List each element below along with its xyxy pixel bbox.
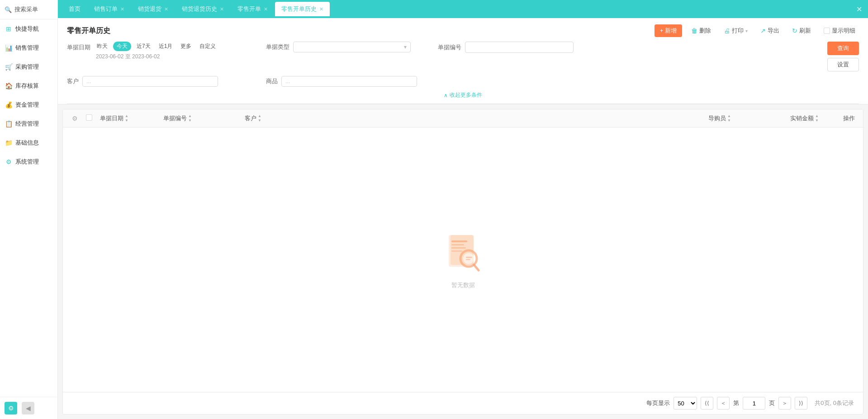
print-button-label: 打印 (732, 27, 744, 35)
sidebar-item-inventory[interactable]: 🏠 库存核算 (0, 76, 57, 95)
display-cols-label: 显示明细 (832, 27, 855, 35)
table-wrapper: ⚙ 单据日期 ▲ ▼ 单据编号 ▲ ▼ (62, 109, 863, 414)
date-btn-yesterday[interactable]: 昨天 (94, 42, 110, 51)
sidebar-item-label: 系统管理 (15, 158, 39, 166)
page-number-input[interactable] (743, 397, 765, 410)
sidebar-item-quick-nav[interactable]: ⊞ 快捷导航 (0, 19, 57, 38)
page-prev-btn[interactable]: ＜ (717, 397, 730, 410)
filter-date-btns: 昨天 今天 近7天 近1月 更多 自定义 (94, 42, 218, 51)
filter-row-1: 单据日期 昨天 今天 近7天 近1月 更多 自定义 2023-06-02 至 2… (67, 42, 859, 71)
export-button[interactable]: ↗ 导出 (757, 25, 783, 37)
filter-settings-button[interactable]: 设置 (827, 58, 859, 71)
sidebar-item-label: 经营管理 (15, 120, 39, 128)
quick-nav-icon: ⊞ (5, 25, 13, 33)
doc-type-arrow-icon: ▾ (404, 44, 407, 50)
refresh-button-label: 刷新 (799, 27, 811, 35)
collapse-arrow-icon: ∧ (444, 92, 448, 99)
display-cols-button[interactable]: 显示明细 (820, 25, 859, 37)
sidebar-item-system[interactable]: ⚙ 系统管理 (0, 152, 57, 171)
refresh-icon: ↻ (792, 27, 797, 34)
page-header: 零售开单历史 + 新增 🗑 删除 🖨 打印 ▾ ↗ (58, 18, 868, 104)
th-sn-sort-icon[interactable]: ▲ ▼ (188, 114, 192, 122)
content-area: 零售开单历史 + 新增 🗑 删除 🖨 打印 ▾ ↗ (58, 18, 868, 419)
date-btn-custom[interactable]: 自定义 (197, 42, 218, 51)
th-guide-sort-icon[interactable]: ▲ ▼ (727, 114, 731, 122)
tab-sales-return-history-close[interactable]: ✕ (220, 6, 224, 12)
date-range-text: 2023-06-02 至 2023-06-02 (96, 53, 218, 61)
th-sn: 单据编号 ▲ ▼ (160, 114, 241, 122)
tab-sales-order-label: 销售订单 (94, 5, 118, 13)
display-cols-checkbox (824, 28, 830, 34)
tab-retail-open-history-label: 零售开单历史 (281, 5, 317, 13)
th-settings[interactable]: ⚙ (67, 115, 82, 122)
customer-select[interactable]: ... (82, 76, 218, 87)
system-icon: ⚙ (5, 158, 13, 165)
tab-retail-open-history[interactable]: 零售开单历史 ✕ (275, 2, 330, 16)
sales-mgmt-icon: 📊 (5, 44, 13, 52)
th-checkbox[interactable] (82, 114, 96, 122)
page-last-btn[interactable]: ⟩⟩ (795, 397, 807, 410)
sidebar-item-basics[interactable]: 📁 基础信息 (0, 133, 57, 152)
tab-retail-open-close[interactable]: ✕ (264, 6, 268, 12)
window-close-btn[interactable]: ✕ (854, 5, 863, 14)
svg-rect-3 (451, 244, 464, 245)
sidebar-item-operations[interactable]: 📋 经营管理 (0, 114, 57, 133)
th-sn-label: 单据编号 (163, 114, 187, 122)
tab-retail-open-history-close[interactable]: ✕ (319, 6, 323, 12)
svg-point-7 (463, 253, 474, 264)
sidebar-item-label: 基础信息 (15, 139, 39, 147)
sidebar-collapse-icon: ◀ (26, 405, 31, 412)
doc-no-input[interactable] (465, 42, 574, 53)
per-page-select[interactable]: 50 10 20 100 (674, 397, 697, 410)
tab-sales-return-close[interactable]: ✕ (164, 6, 168, 12)
th-date-label: 单据日期 (100, 114, 123, 122)
tab-sales-return-history[interactable]: 销货退货历史 ✕ (175, 2, 230, 16)
print-button[interactable]: 🖨 打印 ▾ (720, 25, 751, 37)
product-select[interactable]: ... (281, 76, 417, 87)
query-button[interactable]: 查询 (827, 42, 859, 55)
new-button[interactable]: + 新增 (655, 24, 682, 37)
date-btn-today[interactable]: 今天 (113, 42, 131, 51)
date-btn-last7[interactable]: 近7天 (134, 42, 153, 51)
tab-sales-return[interactable]: 销货退货 ✕ (132, 2, 175, 16)
tab-sales-order-close[interactable]: ✕ (120, 6, 124, 12)
customer-label: 客户 (67, 77, 79, 85)
th-amount-sort-icon[interactable]: ▲ ▼ (815, 114, 819, 122)
sidebar-collapse-btn[interactable]: ◀ (22, 402, 34, 414)
delete-button[interactable]: 🗑 删除 (688, 25, 715, 37)
sidebar: 🔍 搜索采单 ⊞ 快捷导航 📊 销售管理 🛒 采购管理 🏠 库存核算 💰 资金管… (0, 0, 58, 419)
th-customer-sort-icon[interactable]: ▲ ▼ (258, 114, 261, 122)
collapse-filter-label: 收起更多条件 (450, 91, 482, 99)
sidebar-item-purchase-mgmt[interactable]: 🛒 采购管理 (0, 57, 57, 76)
purchase-mgmt-icon: 🛒 (5, 63, 13, 71)
th-op: 操作 (822, 114, 859, 122)
filter-action-btns: 查询 设置 (827, 42, 859, 71)
date-btn-more[interactable]: 更多 (178, 42, 194, 51)
sidebar-settings-btn[interactable]: ⚙ (5, 402, 17, 414)
filter-row-2: 客户 ... 商品 ... (67, 76, 859, 87)
page-first-btn[interactable]: ⟨⟨ (701, 397, 713, 410)
table-body: 暂无数据 (63, 127, 863, 392)
print-icon: 🖨 (724, 27, 730, 34)
tab-retail-open[interactable]: 零售开单 ✕ (231, 2, 274, 16)
sidebar-item-sales-mgmt[interactable]: 📊 销售管理 (0, 38, 57, 57)
date-btn-last1m[interactable]: 近1月 (156, 42, 175, 51)
doc-type-select[interactable]: ▾ (293, 42, 411, 52)
tab-sales-order[interactable]: 销售订单 ✕ (88, 2, 131, 16)
sidebar-item-label: 快捷导航 (15, 25, 39, 33)
th-date-sort-icon[interactable]: ▲ ▼ (125, 114, 128, 122)
page-next-btn[interactable]: ＞ (778, 397, 791, 410)
select-all-checkbox[interactable] (86, 114, 92, 121)
th-customer-label: 客户 (245, 114, 256, 122)
tab-home[interactable]: 首页 (62, 2, 87, 16)
tab-sales-return-history-label: 销货退货历史 (182, 5, 217, 13)
collapse-filter-btn[interactable]: ∧ 收起更多条件 (444, 91, 482, 99)
sidebar-search[interactable]: 🔍 搜索采单 (0, 0, 57, 19)
print-chevron-icon: ▾ (745, 28, 748, 33)
product-placeholder: ... (285, 78, 290, 85)
delete-icon: 🗑 (691, 27, 697, 34)
refresh-button[interactable]: ↻ 刷新 (788, 25, 815, 37)
sidebar-item-finance[interactable]: 💰 资金管理 (0, 95, 57, 114)
doc-type-label: 单据类型 (266, 43, 289, 51)
search-icon: 🔍 (5, 6, 12, 13)
